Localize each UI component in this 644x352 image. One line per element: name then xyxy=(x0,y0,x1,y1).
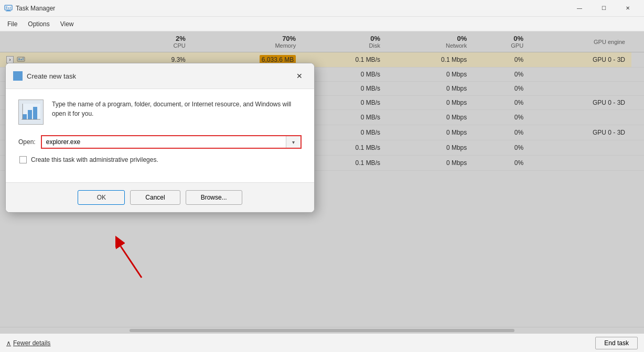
browse-button[interactable]: Browse... xyxy=(186,190,242,205)
dialog-title-icon xyxy=(13,71,23,81)
svg-rect-25 xyxy=(28,110,32,119)
checkbox-row: Create this task with administrative pri… xyxy=(18,156,302,163)
menu-bar: File Options View xyxy=(0,17,644,31)
maximize-button[interactable]: ☐ xyxy=(592,0,616,17)
dialog-footer: OK Cancel Browse... xyxy=(6,183,314,212)
dialog-body: Type the name of a program, folder, docu… xyxy=(6,89,314,182)
open-input-row: Open: ▾ xyxy=(18,135,302,149)
create-task-dialog: Create new task ✕ xyxy=(5,63,315,213)
task-manager-window: Task Manager — ☐ ✕ File Options View 2% … xyxy=(0,0,644,352)
svg-rect-22 xyxy=(19,74,20,76)
dialog-overlay: Create new task ✕ xyxy=(0,31,644,333)
chevron-down-icon: ▾ xyxy=(292,139,295,145)
dialog-description-text: Type the name of a program, folder, docu… xyxy=(52,100,302,118)
arrow-indicator xyxy=(115,236,147,284)
dialog-large-icon xyxy=(18,100,44,125)
dialog-title-bar: Create new task ✕ xyxy=(6,63,314,89)
fewer-details-label: Fewer details xyxy=(13,339,50,347)
title-bar: Task Manager — ☐ ✕ xyxy=(0,0,644,17)
monitor-icon xyxy=(14,72,22,80)
dialog-description-row: Type the name of a program, folder, docu… xyxy=(18,100,302,125)
menu-options[interactable]: Options xyxy=(23,18,55,30)
close-button[interactable]: ✕ xyxy=(616,0,640,17)
menu-view[interactable]: View xyxy=(55,18,79,30)
open-label: Open: xyxy=(18,138,36,146)
minimize-button[interactable]: — xyxy=(567,0,592,17)
ok-button[interactable]: OK xyxy=(78,190,125,205)
svg-rect-24 xyxy=(23,114,27,119)
arrow-svg xyxy=(115,236,147,283)
content-area: 2% CPU 70% Memory 0% Disk 0% xyxy=(0,31,644,333)
svg-rect-26 xyxy=(33,107,37,119)
fewer-details-button[interactable]: ∧ Fewer details xyxy=(6,339,50,347)
svg-rect-20 xyxy=(15,74,17,76)
svg-line-30 xyxy=(121,246,142,278)
dialog-title-text: Create new task xyxy=(27,72,292,80)
cancel-button[interactable]: Cancel xyxy=(130,190,180,205)
bottom-bar: ∧ Fewer details End task xyxy=(0,333,644,352)
chevron-up-icon: ∧ xyxy=(6,339,11,347)
svg-rect-5 xyxy=(10,7,11,9)
taskmanager-title-icon xyxy=(4,4,13,13)
menu-file[interactable]: File xyxy=(2,18,23,30)
svg-rect-21 xyxy=(17,75,19,76)
svg-rect-4 xyxy=(8,7,9,9)
end-task-button[interactable]: End task xyxy=(595,337,638,349)
open-input[interactable] xyxy=(42,136,286,148)
open-dropdown-button[interactable]: ▾ xyxy=(286,136,300,148)
window-controls: — ☐ ✕ xyxy=(567,0,640,17)
dialog-close-button[interactable]: ✕ xyxy=(292,69,307,83)
chart-icon-large xyxy=(22,104,40,120)
svg-rect-3 xyxy=(6,6,7,9)
open-input-container: ▾ xyxy=(41,135,302,149)
checkbox-label: Create this task with administrative pri… xyxy=(31,156,158,163)
window-title: Task Manager xyxy=(16,5,567,12)
admin-privileges-checkbox[interactable] xyxy=(19,156,27,163)
